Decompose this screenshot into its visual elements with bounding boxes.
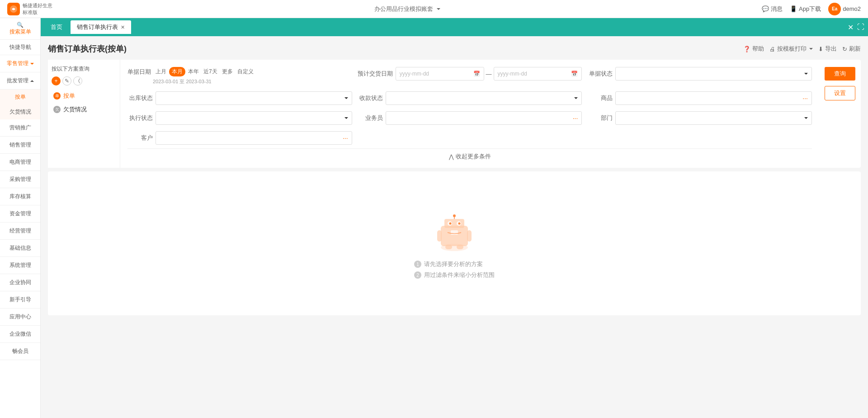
customer-label: 客户 [127,134,153,142]
sidebar-item-sales[interactable]: 销售管理 [0,137,40,154]
print-btn[interactable]: 🖨 按模板打印 [769,45,813,53]
sidebar-item-enterprise[interactable]: 企业协同 [0,274,40,291]
logo-area: 畅捷通好生意 标准版 [7,2,52,15]
tab-sales-order[interactable]: 销售订单执行表 ✕ [71,20,131,34]
sidebar-quick-nav[interactable]: 快捷导航 [0,40,40,55]
sidebar-item-finance[interactable]: 资金管理 [0,205,40,223]
payment-status-select[interactable] [386,91,582,105]
query-settings-col: 查询 设置 [819,60,861,168]
sidebar-item-corpwechat[interactable]: 企业微信 [0,326,40,343]
sidebar-item-newuser[interactable]: 新手引导 [0,291,40,309]
message-icon: 💬 [762,5,769,12]
sidebar-item-base[interactable]: 基础信息 [0,240,40,257]
date-tab-this-year[interactable]: 本年 [186,67,201,76]
settings-btn[interactable]: 设置 [825,86,855,100]
topbar: 畅捷通好生意 标准版 办公用品行业模拟账套 💬 消息 📱 App下载 Ea de… [0,0,868,18]
sidebar-search[interactable]: 🔍 搜索菜单 [0,18,40,40]
salesperson-dots[interactable]: ··· [573,114,578,122]
refresh-btn[interactable]: ↻ 刷新 [842,45,861,53]
scheme-item-1[interactable]: 单 按单 [52,89,116,103]
topbar-right: 💬 消息 📱 App下载 Ea demo2 [762,3,861,15]
customer-group: 客户 ··· [127,131,352,145]
scheme-header: 按以下方案查询 [52,65,116,73]
sidebar-item-operations[interactable]: 经营管理 [0,223,40,240]
sidebar-sub-item-debt[interactable]: 欠货情况 [0,104,40,119]
sidebar-item-purchase[interactable]: 采购管理 [0,171,40,188]
scheme-add-btn[interactable]: + [52,76,61,86]
topbar-left: 畅捷通好生意 标准版 [7,2,52,15]
retail-expand-icon [30,63,34,65]
date-range-display: 2023-03-01 至 2023-03-31 [153,78,352,85]
logo-icon [7,3,20,15]
filter-fields: 单据日期 上月 本月 本年 近7天 更多 自定义 2023 [120,60,819,168]
collapse-row: ⋀ 收起更多条件 [127,148,812,161]
goods-group: 商品 ··· [587,91,812,105]
app-download-action[interactable]: 📱 App下载 [790,5,821,13]
sidebar-item-wholesale[interactable]: 批发管理 [0,72,40,90]
expected-date-from[interactable]: yyyy-mm-dd 📅 [396,67,484,81]
date-tab-more[interactable]: 更多 [220,67,235,76]
tab-close-icon[interactable]: ✕ [121,24,125,30]
exec-status-select[interactable] [156,111,352,125]
order-status-filter-group: 单据状态 [587,67,812,81]
sidebar-item-ecommerce[interactable]: 电商管理 [0,154,40,171]
page-header: 销售订单执行表(按单) ❓ 帮助 🖨 按模板打印 ⬇ 导出 [48,43,861,54]
page-actions: ❓ 帮助 🖨 按模板打印 ⬇ 导出 ↻ 刷新 [743,45,861,53]
delivery-status-select[interactable] [156,91,352,105]
sidebar-item-appcenter[interactable]: 应用中心 [0,309,40,326]
date-tab-last7[interactable]: 近7天 [202,67,219,76]
delivery-status-label: 出库状态 [127,94,153,102]
customer-dots[interactable]: ··· [343,134,348,142]
salesperson-input[interactable]: ··· [386,111,582,125]
sidebar-item-marketing[interactable]: 营销推广 [0,119,40,137]
sidebar-item-retail[interactable]: 零售管理 [0,55,40,72]
workspace-dropdown-icon[interactable] [437,8,440,10]
delivery-status-chevron [344,97,348,99]
collapse-up-icon: ⋀ [449,153,454,160]
order-status-select[interactable] [615,67,812,81]
date-tab-this-month[interactable]: 本月 [169,67,185,76]
dept-group: 部门 [587,111,812,125]
date-tab-custom[interactable]: 自定义 [236,67,255,76]
sidebar-item-system[interactable]: 系统管理 [0,257,40,274]
sidebar-sub-items: 按单 欠货情况 [0,90,40,119]
sidebar-sub-item-scheme[interactable]: 按单 [0,90,40,104]
query-btn[interactable]: 查询 [825,67,855,81]
help-btn[interactable]: ❓ 帮助 [743,45,764,53]
svg-point-6 [449,223,452,225]
search-icon: 🔍 [17,22,24,28]
svg-rect-14 [457,245,463,249]
export-btn[interactable]: ⬇ 导出 [818,45,837,53]
help-icon: ❓ [743,46,750,52]
scheme-panel: 按以下方案查询 + ✎ 《 单 按单 欠 欠货情况 [48,60,120,168]
message-action[interactable]: 💬 消息 [762,5,783,13]
dept-select[interactable] [615,111,812,125]
scheme-edit-btn[interactable]: ✎ [62,76,71,86]
goods-input[interactable]: ··· [615,91,812,105]
scheme-item-2[interactable]: 欠 欠货情况 [52,103,116,116]
tab-home[interactable]: 首页 [44,20,69,34]
date-tab-last-month[interactable]: 上月 [154,67,168,76]
svg-point-7 [458,223,461,225]
expected-date-to[interactable]: yyyy-mm-dd 📅 [494,67,582,81]
calendar-icon-to: 📅 [571,71,578,77]
collapse-filters-btn[interactable]: ⋀ 收起更多条件 [449,152,491,161]
refresh-icon: ↻ [842,46,847,52]
user-action[interactable]: Ea demo2 [828,3,861,15]
sidebar-item-inventory[interactable]: 库存核算 [0,188,40,205]
empty-tip-2: 2 用过滤条件来缩小分析范围 [414,271,495,279]
svg-rect-13 [445,245,452,249]
page-title: 销售订单执行表(按单) [48,43,127,54]
tab-close-window-icon[interactable]: ✕ [848,23,854,32]
tab-maximize-icon[interactable]: ⛶ [857,23,864,31]
customer-input[interactable]: ··· [156,131,352,145]
print-dropdown-icon [809,48,813,50]
goods-dots[interactable]: ··· [802,95,808,102]
page-content: 销售订单执行表(按单) ❓ 帮助 🖨 按模板打印 ⬇ 导出 [41,36,868,418]
date-label: 单据日期 [127,68,151,76]
scheme-collapse-btn[interactable]: 《 [73,76,82,86]
app-icon: 📱 [790,5,797,12]
sidebar-item-member[interactable]: 畅会员 [0,343,40,360]
empty-icon [427,208,481,253]
salesperson-label: 业务员 [358,114,383,122]
